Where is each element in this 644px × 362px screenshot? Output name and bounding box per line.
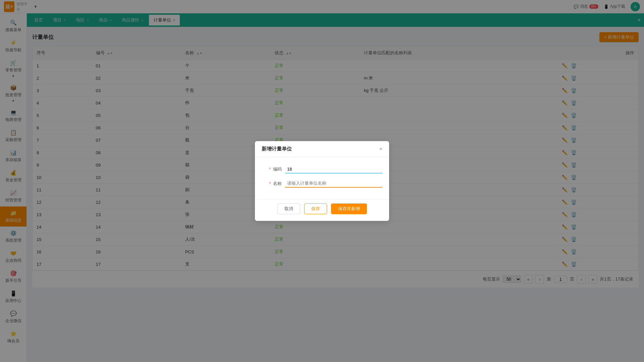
name-input[interactable]	[285, 179, 382, 188]
name-label: * 名称	[262, 181, 282, 187]
save-button[interactable]: 保存	[304, 203, 327, 214]
required-star-name: *	[269, 181, 271, 186]
modal-title: 新增计量单位	[262, 146, 292, 152]
modal-header: 新增计量单位 ×	[255, 141, 389, 157]
form-row-name: * 名称	[262, 179, 382, 188]
required-star-code: *	[269, 167, 271, 172]
modal-close-btn[interactable]: ×	[379, 146, 382, 152]
modal-body: * 编码 * 名称	[255, 157, 389, 199]
modal-footer: 取消 保存 保存并新增	[255, 199, 389, 221]
form-row-code: * 编码	[262, 165, 382, 173]
add-unit-modal: 新增计量单位 × * 编码 * 名称 取消 保存 保存并新增	[255, 141, 389, 221]
modal-overlay: 新增计量单位 × * 编码 * 名称 取消 保存 保存并新增	[0, 0, 644, 362]
code-input[interactable]	[285, 165, 382, 173]
cancel-button[interactable]: 取消	[277, 203, 300, 214]
code-label: * 编码	[262, 166, 282, 172]
save-new-button[interactable]: 保存并新增	[331, 203, 367, 214]
